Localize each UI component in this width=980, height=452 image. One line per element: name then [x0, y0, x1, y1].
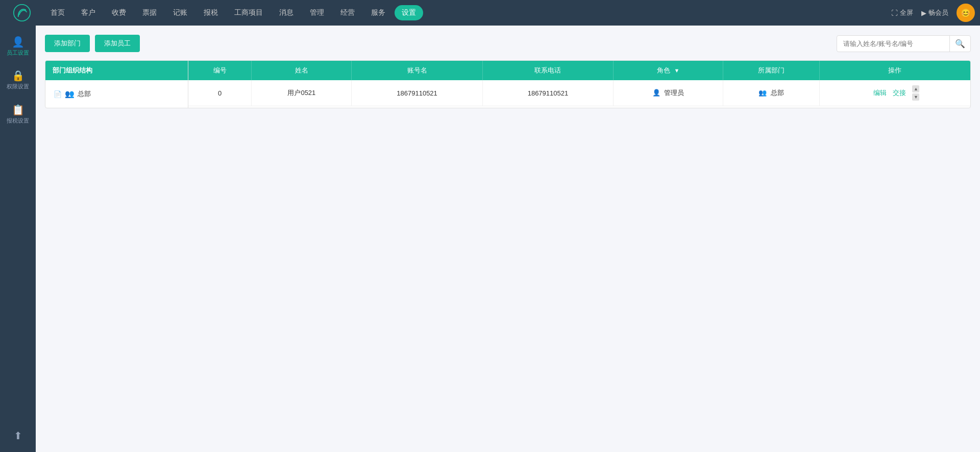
- sidebar: 👤 员工设置 🔒 权限设置 📋 报税设置 ⬆: [0, 26, 36, 452]
- scroll-up-btn[interactable]: ▲: [912, 85, 919, 92]
- handover-link[interactable]: 交接: [893, 88, 906, 98]
- nav-item-客户[interactable]: 客户: [74, 5, 103, 20]
- sidebar-item-employee-settings[interactable]: 👤 员工设置: [0, 31, 36, 62]
- nav-item-首页[interactable]: 首页: [43, 5, 72, 20]
- nav-item-服务[interactable]: 服务: [364, 5, 393, 20]
- nav-item-记账[interactable]: 记账: [166, 5, 194, 20]
- fullscreen-label: 全屏: [900, 8, 913, 17]
- file-icon: 📄: [54, 90, 62, 98]
- nav-item-票据[interactable]: 票据: [135, 5, 164, 20]
- sidebar-bottom: ⬆: [0, 424, 36, 452]
- col-header-phone: 联系电话: [482, 61, 613, 80]
- svg-point-0: [13, 5, 30, 21]
- nav-item-消息[interactable]: 消息: [272, 5, 301, 20]
- tree-item-root[interactable]: 📄 👥 总部: [51, 85, 183, 103]
- col-header-role: 角色 ▼: [614, 61, 723, 80]
- sidebar-item-permission-settings[interactable]: 🔒 权限设置: [0, 64, 36, 96]
- role-filter-icon[interactable]: ▼: [674, 67, 679, 74]
- content-area: 添加部门 添加员工 🔍 部门组织结构 📄 👥 总部: [36, 26, 980, 452]
- search-area: 🔍: [837, 35, 971, 52]
- employee-table: 编号 姓名 账号名 联系电话 角色 ▼ 所属部门 操作: [188, 61, 970, 106]
- scroll-buttons: ▲ ▼: [912, 85, 919, 101]
- col-header-name: 姓名: [252, 61, 352, 80]
- lock-icon: 🔒: [12, 70, 24, 81]
- cell-account: 18679110521: [352, 80, 482, 106]
- search-input[interactable]: [837, 37, 949, 51]
- sidebar-label-permission: 权限设置: [7, 83, 29, 90]
- table-body: 0 用户0521 18679110521 18679110521 👤 管理员 👥…: [188, 80, 970, 106]
- nav-item-工商项目[interactable]: 工商项目: [227, 5, 270, 20]
- table-row: 0 用户0521 18679110521 18679110521 👤 管理员 👥…: [188, 80, 970, 106]
- upload-icon: ⬆: [14, 431, 22, 441]
- nav-item-管理[interactable]: 管理: [303, 5, 331, 20]
- cell-phone: 18679110521: [482, 80, 613, 106]
- main-nav-menu: 首页客户收费票据记账报税工商项目消息管理经营服务设置: [43, 5, 891, 20]
- sidebar-upload-button[interactable]: ⬆: [0, 424, 36, 447]
- search-button[interactable]: 🔍: [949, 36, 970, 52]
- scroll-down-btn[interactable]: ▼: [912, 93, 919, 101]
- nav-item-收费[interactable]: 收费: [105, 5, 133, 20]
- nav-item-经营[interactable]: 经营: [333, 5, 362, 20]
- logo-area: [5, 4, 38, 22]
- vip-button[interactable]: ▶ 畅会员: [921, 8, 948, 17]
- nav-item-报税[interactable]: 报税: [197, 5, 225, 20]
- vip-icon: ▶: [921, 9, 926, 17]
- vip-label: 畅会员: [928, 8, 948, 17]
- edit-link[interactable]: 编辑: [873, 88, 887, 98]
- sidebar-item-tax-settings[interactable]: 📋 报税设置: [0, 99, 36, 130]
- operations-container: 编辑 交接 ▲ ▼: [826, 85, 964, 101]
- role-value: 管理员: [664, 89, 684, 97]
- top-navigation: 首页客户收费票据记账报税工商项目消息管理经营服务设置 ⛶ 全屏 ▶ 畅会员 😊: [0, 0, 980, 26]
- col-header-actions: 操作: [819, 61, 970, 80]
- fullscreen-icon: ⛶: [891, 9, 898, 17]
- tree-body: 📄 👥 总部: [45, 80, 188, 108]
- cell-dept: 👥 总部: [723, 80, 820, 106]
- tree-item-label: 总部: [78, 89, 91, 99]
- dept-user-icon: 👥: [758, 89, 767, 97]
- table-header: 编号 姓名 账号名 联系电话 角色 ▼ 所属部门 操作: [188, 61, 970, 80]
- col-header-account: 账号名: [352, 61, 482, 80]
- col-header-id: 编号: [188, 61, 252, 80]
- main-panel: 部门组织结构 📄 👥 总部 编号 姓名 账号名: [45, 60, 971, 108]
- table-panel: 编号 姓名 账号名 联系电话 角色 ▼ 所属部门 操作: [188, 61, 970, 108]
- add-dept-button[interactable]: 添加部门: [45, 35, 90, 52]
- col-header-dept: 所属部门: [723, 61, 820, 80]
- tax-icon: 📋: [12, 105, 24, 115]
- cell-id: 0: [188, 80, 252, 106]
- cell-name: 用户0521: [252, 80, 352, 106]
- sidebar-label-employee: 员工设置: [7, 49, 29, 56]
- tree-header: 部门组织结构: [45, 61, 188, 80]
- employee-icon: 👤: [12, 37, 24, 47]
- user-avatar[interactable]: 😊: [957, 4, 975, 22]
- main-layout: 👤 员工设置 🔒 权限设置 📋 报税设置 ⬆ 添加部门 添加员工 🔍: [0, 26, 980, 452]
- nav-right-area: ⛶ 全屏 ▶ 畅会员 😊: [891, 4, 975, 22]
- nav-item-设置[interactable]: 设置: [395, 5, 423, 20]
- dept-value: 总部: [771, 89, 784, 97]
- tree-panel: 部门组织结构 📄 👥 总部: [45, 61, 188, 108]
- sidebar-label-tax: 报税设置: [7, 117, 29, 124]
- cell-role: 👤 管理员: [614, 80, 723, 106]
- dept-user-icon: 👥: [65, 89, 75, 99]
- fullscreen-button[interactable]: ⛶ 全屏: [891, 8, 913, 17]
- add-staff-button[interactable]: 添加员工: [95, 35, 140, 52]
- toolbar: 添加部门 添加员工 🔍: [45, 35, 971, 52]
- cell-operations: 编辑 交接 ▲ ▼: [819, 80, 970, 106]
- role-user-icon: 👤: [652, 89, 660, 97]
